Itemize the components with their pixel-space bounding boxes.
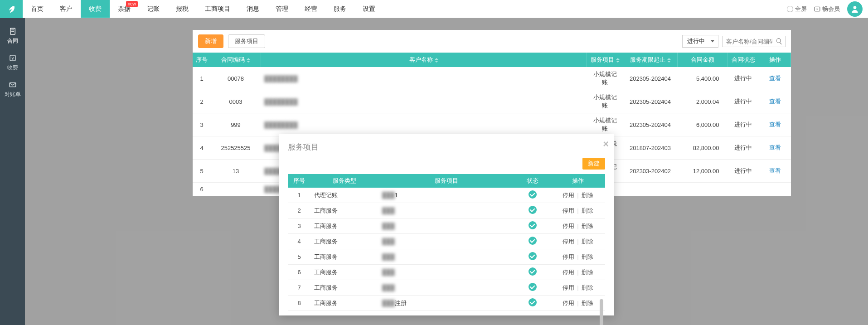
delete-link[interactable]: 删除 — [579, 253, 596, 260]
table-row: 20003████████小规模记账202305-2024042,000.04进… — [193, 90, 791, 113]
table-header[interactable]: 合同编码 — [211, 53, 261, 67]
nav-item-4[interactable]: 记账 — [139, 0, 168, 18]
cell-code: 252525525 — [211, 136, 261, 160]
nav-item-3[interactable]: 票据new — [110, 0, 139, 18]
cell-code: 999 — [211, 113, 261, 136]
cell-item: ███ — [378, 218, 514, 234]
cell-ops: 停用|删除 — [551, 234, 605, 249]
sort-icon[interactable] — [667, 58, 671, 63]
cell-status — [514, 188, 551, 203]
cell-amount: 6,000.00 — [678, 113, 727, 136]
fullscreen-button[interactable]: 全屏 — [787, 5, 807, 13]
table-header[interactable]: 服务期限起止 — [623, 53, 678, 67]
delete-link[interactable]: 删除 — [579, 269, 596, 276]
cell-period — [623, 183, 678, 196]
cell-item: ███注册 — [378, 296, 514, 311]
disable-link[interactable]: 停用 — [560, 300, 577, 306]
delete-link[interactable]: 删除 — [579, 207, 596, 214]
fullscreen-icon — [787, 6, 793, 12]
service-items-button[interactable]: 服务项目 — [228, 34, 265, 48]
cell-op[interactable] — [759, 183, 791, 196]
disable-link[interactable]: 停用 — [560, 207, 577, 214]
service-items-table: 序号服务类型服务项目状态操作 1代理记账███1停用|删除2工商服务███停用|… — [288, 174, 605, 311]
cell-period: 202305-202404 — [623, 90, 678, 113]
left-sidebar: 合同¥收费对账单 — [0, 18, 25, 325]
cell-period: 202305-202404 — [623, 67, 678, 90]
member-button[interactable]: 畅会员 — [814, 5, 840, 13]
table-header[interactable]: 合同状态 — [727, 53, 759, 67]
cell-status — [514, 234, 551, 249]
cell-type: 工商服务 — [310, 203, 378, 218]
delete-link[interactable]: 删除 — [579, 284, 596, 291]
table-header[interactable]: 操作 — [759, 53, 791, 67]
sidebar-item-yen[interactable]: ¥收费 — [0, 49, 25, 76]
new-contract-button[interactable]: 新增 — [198, 34, 223, 48]
sort-icon[interactable] — [247, 58, 250, 63]
app-logo[interactable] — [0, 0, 23, 18]
nav-item-1[interactable]: 客户 — [52, 0, 81, 18]
cell-idx: 3 — [288, 218, 310, 234]
status-filter-select[interactable]: 进行中 — [682, 35, 718, 48]
cell-status — [514, 203, 551, 218]
service-items-modal: × 服务项目 新建 序号服务类型服务项目状态操作 1代理记账███1停用|删除2… — [279, 134, 614, 315]
member-label: 畅会员 — [822, 5, 840, 13]
table-header[interactable]: 合同金额 — [678, 53, 727, 67]
sort-icon[interactable] — [435, 58, 438, 63]
modal-table-row: 5工商服务███停用|删除 — [288, 249, 605, 265]
cell-type: 工商服务 — [310, 296, 378, 311]
cell-ops: 停用|删除 — [551, 188, 605, 203]
modal-table-row: 4工商服务███停用|删除 — [288, 234, 605, 249]
cell-op[interactable]: 查看 — [759, 160, 791, 183]
disable-link[interactable]: 停用 — [560, 284, 577, 291]
cell-status — [514, 249, 551, 265]
cell-type: 代理记账 — [310, 188, 378, 203]
nav-items: 首页客户收费票据new记账报税工商项目消息管理经营服务设置 — [23, 0, 383, 18]
disable-link[interactable]: 停用 — [560, 269, 577, 276]
disable-link[interactable]: 停用 — [560, 223, 577, 229]
nav-item-2[interactable]: 收费 — [81, 0, 110, 18]
sidebar-item-doc[interactable]: 合同 — [0, 23, 25, 49]
nav-item-5[interactable]: 报税 — [168, 0, 197, 18]
nav-item-9[interactable]: 经营 — [296, 0, 325, 18]
table-header[interactable]: 客户名称 — [261, 53, 587, 67]
disable-link[interactable]: 停用 — [560, 238, 577, 245]
mail-icon — [9, 81, 17, 89]
sidebar-item-mail[interactable]: 对账单 — [0, 76, 25, 103]
check-icon — [529, 221, 537, 229]
nav-item-7[interactable]: 消息 — [238, 0, 267, 18]
modal-scrollbar[interactable] — [600, 299, 603, 325]
disable-link[interactable]: 停用 — [560, 253, 577, 260]
user-avatar[interactable] — [847, 1, 863, 17]
disable-link[interactable]: 停用 — [560, 192, 577, 199]
top-navbar: 首页客户收费票据new记账报税工商项目消息管理经营服务设置 全屏 畅会员 — [0, 0, 868, 18]
delete-link[interactable]: 删除 — [579, 192, 596, 199]
table-row: 100078████████小规模记账202305-2024045,400.00… — [193, 67, 791, 90]
cell-op[interactable]: 查看 — [759, 113, 791, 136]
cell-op[interactable]: 查看 — [759, 67, 791, 90]
nav-item-6[interactable]: 工商项目 — [197, 0, 238, 18]
modal-new-button[interactable]: 新建 — [582, 158, 605, 170]
cell-idx: 1 — [193, 67, 211, 90]
delete-link[interactable]: 删除 — [579, 300, 596, 306]
nav-item-10[interactable]: 服务 — [325, 0, 354, 18]
sidebar-label: 收费 — [7, 64, 18, 72]
sidebar-label: 对账单 — [5, 91, 21, 98]
topbar-right: 全屏 畅会员 — [787, 1, 868, 17]
delete-link[interactable]: 删除 — [579, 238, 596, 245]
search-icon[interactable] — [776, 38, 783, 45]
nav-item-0[interactable]: 首页 — [23, 0, 52, 18]
nav-item-8[interactable]: 管理 — [267, 0, 296, 18]
delete-link[interactable]: 删除 — [579, 223, 596, 229]
scrollbar-thumb[interactable] — [600, 299, 603, 325]
sort-icon[interactable] — [616, 58, 620, 63]
feather-icon — [7, 5, 16, 14]
table-header[interactable]: 服务项目 — [587, 53, 623, 67]
cell-idx: 6 — [193, 183, 211, 196]
table-header[interactable]: 序号 — [193, 53, 211, 67]
cell-ops: 停用|删除 — [551, 203, 605, 218]
modal-close-button[interactable]: × — [603, 138, 609, 150]
cell-op[interactable]: 查看 — [759, 90, 791, 113]
nav-item-11[interactable]: 设置 — [354, 0, 383, 18]
cell-op[interactable]: 查看 — [759, 136, 791, 160]
cell-status — [514, 218, 551, 234]
